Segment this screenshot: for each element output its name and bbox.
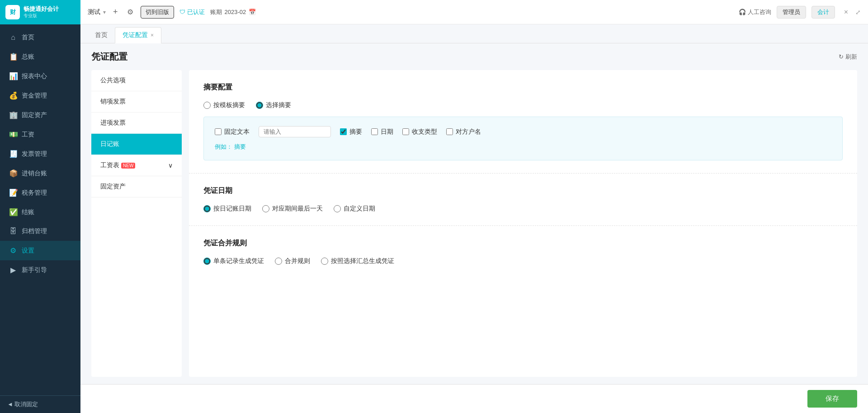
date-custom-radio[interactable] <box>334 205 341 212</box>
example-value: 摘要 <box>234 143 246 150</box>
refresh-button[interactable]: ↻ 刷新 <box>839 53 857 61</box>
income-type-checkbox[interactable] <box>402 128 409 135</box>
counterpart-option[interactable]: 对方户名 <box>446 128 481 136</box>
income-type-option[interactable]: 收支类型 <box>402 128 437 136</box>
sidebar-item-report[interactable]: 📊 报表中心 <box>0 66 80 86</box>
company-selector[interactable]: 测试 ▾ <box>88 8 106 16</box>
consult-button[interactable]: 🎧 人工咨询 <box>739 8 771 16</box>
summary-checkbox[interactable] <box>340 128 347 135</box>
left-nav-sales_invoice[interactable]: 销项发票 <box>91 91 182 113</box>
date-by-journal-option[interactable]: 按日记账日期 <box>203 205 251 213</box>
sidebar-item-tax[interactable]: 📝 税务管理 <box>0 183 80 202</box>
save-button[interactable]: 保存 <box>807 390 857 408</box>
tabbar: 首页凭证配置× <box>80 24 868 43</box>
sidebar-icon-fixed: 🏢 <box>9 111 17 119</box>
summary-select-option[interactable]: 选择摘要 <box>256 101 291 109</box>
admin-button[interactable]: 管理员 <box>777 6 806 19</box>
sidebar-item-sales[interactable]: 📦 进销台账 <box>0 164 80 183</box>
summary-option[interactable]: 摘要 <box>340 128 362 136</box>
summary-template-option[interactable]: 按模板摘要 <box>203 101 245 109</box>
summary-select-radio[interactable] <box>256 102 263 109</box>
tab-config[interactable]: 凭证配置× <box>115 27 161 43</box>
merge-by-selection-option[interactable]: 按照选择汇总生成凭证 <box>321 257 394 265</box>
summary-select-label: 选择摘要 <box>266 101 291 109</box>
sidebar-label-sales: 进销台账 <box>22 169 47 178</box>
sidebar-label-report: 报表中心 <box>22 72 47 80</box>
left-nav-row-public: 公共选项 <box>100 76 173 84</box>
sidebar-item-invoice[interactable]: 🧾 发票管理 <box>0 144 80 164</box>
sidebar-item-capital[interactable]: 💰 资金管理 <box>0 86 80 105</box>
logo-name: 畅捷通好会计 <box>24 5 59 13</box>
fixed-text-checkbox[interactable] <box>215 128 222 135</box>
left-nav-journal[interactable]: 日记账 <box>91 134 182 155</box>
fixed-text-option[interactable]: 固定文本 <box>215 128 250 136</box>
merge-rule-radio[interactable] <box>275 258 282 265</box>
date-option[interactable]: 日期 <box>371 128 393 136</box>
example-row: 例如： 摘要 <box>215 143 831 151</box>
sidebar-item-fixed[interactable]: 🏢 固定资产 <box>0 105 80 125</box>
merge-section: 凭证合并规则 单条记录生成凭证 合并规则 按照选择汇总生成凭证 <box>189 226 857 278</box>
left-nav-public[interactable]: 公共选项 <box>91 70 182 91</box>
settings-icon[interactable]: ⚙ <box>125 6 135 18</box>
sidebar-item-payroll[interactable]: 💵 工资 <box>0 125 80 144</box>
sidebar-icon-home: ⌂ <box>9 33 17 42</box>
sidebar-nav: ⌂ 首页 📋 总账 📊 报表中心 💰 资金管理 🏢 固定资产 💵 工资 🧾 发票… <box>0 24 80 395</box>
consult-label: 人工咨询 <box>748 8 771 16</box>
page-header: 凭证配置 ↻ 刷新 <box>80 43 868 63</box>
left-nav-fixed_assets[interactable]: 固定资产 <box>91 176 182 197</box>
fixed-text-input[interactable] <box>259 126 331 137</box>
sidebar-item-close[interactable]: ✅ 结账 <box>0 202 80 222</box>
date-custom-option[interactable]: 自定义日期 <box>334 205 375 213</box>
merge-by-selection-label: 按照选择汇总生成凭证 <box>331 257 394 265</box>
sidebar-item-ledger[interactable]: 📋 总账 <box>0 47 80 66</box>
sidebar-icon-guide: ▶ <box>9 266 17 274</box>
date-checkbox[interactable] <box>371 128 378 135</box>
sidebar-icon-settings: ⚙ <box>9 246 17 255</box>
summary-checkbox-row: 固定文本 摘要 日期 <box>215 126 831 137</box>
left-nav-row-sales_invoice: 销项发票 <box>100 98 173 106</box>
merge-single-option[interactable]: 单条记录生成凭证 <box>203 257 264 265</box>
sidebar-label-fixed: 固定资产 <box>22 111 47 119</box>
cancel-fixed-label: ◄ 取消固定 <box>7 400 38 408</box>
refresh-icon: ↻ <box>839 53 844 60</box>
page-title: 凭证配置 <box>91 51 127 63</box>
sidebar-item-home[interactable]: ⌂ 首页 <box>0 28 80 47</box>
date-period-last-option[interactable]: 对应期间最后一天 <box>262 205 323 213</box>
date-section: 凭证日期 按日记账日期 对应期间最后一天 自定义日期 <box>189 174 857 226</box>
summary-template-radio[interactable] <box>203 102 211 109</box>
merge-single-radio[interactable] <box>203 258 211 265</box>
tab-home[interactable]: 首页 <box>88 28 115 43</box>
sidebar-label-payroll: 工资 <box>22 131 34 139</box>
accountant-button[interactable]: 会计 <box>811 6 835 19</box>
left-nav-purchase_invoice[interactable]: 进项发票 <box>91 113 182 134</box>
left-nav-payroll_table[interactable]: 工资表NEW∨ <box>91 155 182 176</box>
close-icon[interactable]: × <box>844 8 848 16</box>
sidebar-item-archive[interactable]: 🗄 归档管理 <box>0 222 80 241</box>
expand-icon[interactable]: ⤢ <box>855 9 861 16</box>
content-wrapper: 凭证配置 ↻ 刷新 公共选项销项发票进项发票日记账工资表NEW∨固定资产 摘要配… <box>80 43 868 413</box>
logo-icon: 财 <box>5 5 20 19</box>
refresh-label: 刷新 <box>845 53 857 61</box>
merge-title: 凭证合并规则 <box>203 239 843 248</box>
date-by-journal-radio[interactable] <box>203 205 211 212</box>
cancel-fixed-button[interactable]: ◄ 取消固定 <box>0 395 80 413</box>
add-button[interactable]: + <box>111 5 120 19</box>
calendar-icon[interactable]: 📅 <box>249 9 256 15</box>
sidebar-label-ledger: 总账 <box>22 53 34 61</box>
left-nav-label-public: 公共选项 <box>100 76 126 84</box>
sidebar-item-settings[interactable]: ⚙ 设置 <box>0 241 80 260</box>
date-by-journal-label: 按日记账日期 <box>213 205 251 213</box>
left-nav-row-payroll_table: 工资表NEW∨ <box>100 161 173 169</box>
merge-by-selection-radio[interactable] <box>321 258 328 265</box>
merge-rule-option[interactable]: 合并规则 <box>275 257 310 265</box>
summary-section: 摘要配置 按模板摘要 选择摘要 <box>189 70 857 174</box>
counterpart-checkbox[interactable] <box>446 128 453 135</box>
date-period-last-radio[interactable] <box>262 205 269 212</box>
merge-options-row: 单条记录生成凭证 合并规则 按照选择汇总生成凭证 <box>203 257 843 265</box>
chevron-down-icon-payroll_table: ∨ <box>168 162 173 169</box>
right-panel: 摘要配置 按模板摘要 选择摘要 <box>189 70 857 377</box>
tab-close-config[interactable]: × <box>151 32 154 38</box>
old-version-button[interactable]: 切到旧版 <box>141 6 174 19</box>
sidebar-item-guide[interactable]: ▶ 新手引导 <box>0 260 80 280</box>
sidebar-icon-archive: 🗄 <box>9 227 17 235</box>
